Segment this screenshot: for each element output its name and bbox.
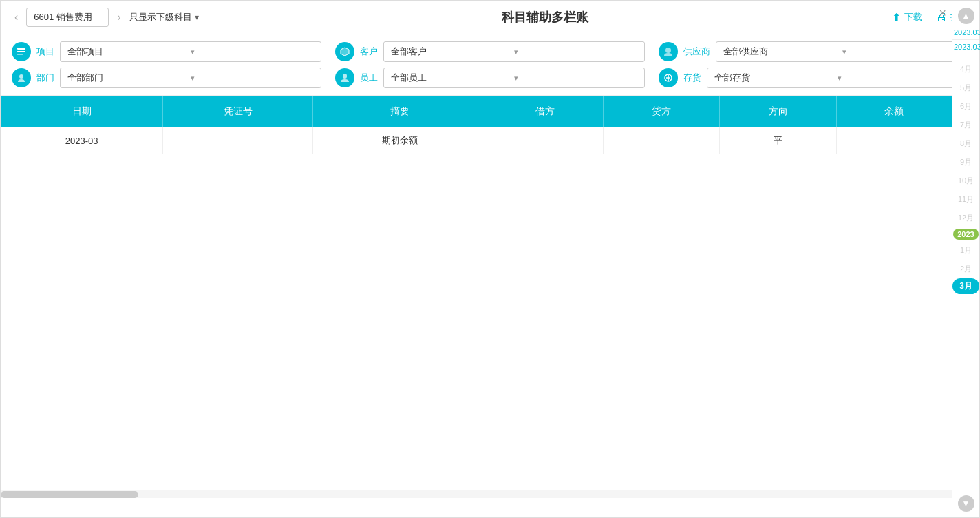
show-sub-label: 只显示下级科目 [129, 11, 192, 23]
supplier-icon [659, 42, 678, 61]
next-account-button[interactable]: › [114, 10, 123, 25]
department-icon [12, 68, 31, 87]
filter-department: 部门 全部部门 ▾ [12, 68, 321, 88]
sidebar-down-button[interactable]: ▼ [958, 495, 974, 512]
horizontal-scrollbar[interactable] [1, 490, 952, 498]
inventory-value: 全部存货 [714, 72, 838, 84]
sidebar-month-2023-03-sub[interactable]: 2023.03 [952, 40, 979, 54]
table-body: 2023-03 期初余额 平 [1, 127, 952, 154]
svg-rect-2 [17, 54, 23, 55]
download-button[interactable]: ⬆ 下载 [892, 11, 922, 24]
project-arrow: ▾ [191, 48, 314, 56]
main-container: × ‹ 6601 销售费用 › 只显示下级科目 ▾ 科目辅助多栏账 ⬆ 下载 🖨… [0, 0, 980, 518]
page-title: 科目辅助多栏账 [502, 9, 588, 25]
table-row: 2023-03 期初余额 平 [1, 127, 952, 154]
col-direction: 方向 [720, 96, 836, 127]
employee-arrow: ▾ [514, 74, 637, 83]
cell-credit [603, 127, 719, 154]
sidebar-month-10[interactable]: 10月 [952, 172, 979, 190]
account-code: 6601 销售费用 [26, 8, 109, 27]
table-header-row: 日期 凭证号 摘要 借方 贷方 方向 余额 [1, 96, 952, 127]
show-sub-arrow: ▾ [195, 12, 199, 22]
project-select[interactable]: 全部项目 ▾ [60, 41, 321, 62]
inventory-icon [659, 68, 678, 87]
sidebar-month-2[interactable]: 2月 [952, 260, 979, 278]
svg-rect-0 [17, 48, 25, 50]
cell-voucher [163, 127, 313, 154]
scrollbar-thumb[interactable] [1, 491, 138, 498]
col-summary: 摘要 [313, 96, 487, 127]
filter-area: 项目 全部项目 ▾ 客户 全部客户 ▾ [1, 34, 979, 96]
cell-summary: 期初余额 [313, 127, 487, 154]
svg-point-4 [19, 74, 23, 79]
cell-direction: 平 [720, 127, 836, 154]
employee-select[interactable]: 全部员工 ▾ [383, 68, 645, 88]
customer-label: 客户 [360, 45, 378, 58]
download-icon: ⬆ [892, 11, 901, 24]
department-arrow: ▾ [191, 74, 314, 83]
customer-select[interactable]: 全部客户 ▾ [383, 41, 645, 62]
filter-employee: 员工 全部员工 ▾ [335, 68, 645, 88]
inventory-arrow: ▾ [838, 74, 961, 83]
customer-arrow: ▾ [514, 48, 637, 56]
employee-value: 全部员工 [391, 72, 514, 84]
filter-project: 项目 全部项目 ▾ [12, 41, 321, 62]
department-select[interactable]: 全部部门 ▾ [60, 68, 321, 88]
department-value: 全部部门 [67, 72, 191, 84]
sidebar-up-button[interactable]: ▲ [958, 8, 974, 24]
supplier-arrow: ▾ [842, 48, 961, 56]
prev-account-button[interactable]: ‹ [12, 10, 21, 25]
employee-icon [335, 68, 354, 87]
employee-label: 员工 [360, 72, 378, 84]
year-badge: 2023 [953, 229, 978, 240]
filter-row-1: 项目 全部项目 ▾ 客户 全部客户 ▾ [12, 41, 968, 62]
sidebar-month-5[interactable]: 5月 [952, 79, 979, 97]
top-bar: ‹ 6601 销售费用 › 只显示下级科目 ▾ 科目辅助多栏账 ⬆ 下载 🖨 打… [1, 1, 979, 34]
svg-rect-1 [17, 51, 25, 52]
col-date: 日期 [1, 96, 163, 127]
supplier-label: 供应商 [683, 45, 710, 58]
data-table: 日期 凭证号 摘要 借方 贷方 方向 余额 2023-03 期初余额 平 [1, 96, 952, 154]
supplier-select[interactable]: 全部供应商 ▾ [716, 41, 968, 62]
sidebar-month-1[interactable]: 1月 [952, 241, 979, 260]
inventory-select[interactable]: 全部存货 ▾ [707, 68, 968, 88]
close-button[interactable]: × [939, 6, 946, 21]
sidebar-month-2023-03-header[interactable]: 2023.03 [952, 25, 979, 40]
svg-point-3 [665, 48, 671, 53]
download-label: 下载 [904, 11, 922, 23]
col-credit: 贷方 [603, 96, 719, 127]
sidebar-month-7[interactable]: 7月 [952, 116, 979, 134]
filter-supplier: 供应商 全部供应商 ▾ [659, 41, 968, 62]
top-bar-left: ‹ 6601 销售费用 › 只显示下级科目 ▾ [12, 8, 199, 27]
svg-rect-5 [343, 74, 347, 79]
sidebar-month-9[interactable]: 9月 [952, 153, 979, 172]
supplier-value: 全部供应商 [723, 45, 842, 58]
filter-row-2: 部门 全部部门 ▾ 员工 全部员工 ▾ [12, 68, 968, 88]
sidebar-month-11[interactable]: 11月 [952, 190, 979, 209]
customer-icon [335, 42, 354, 61]
cell-balance [836, 127, 952, 154]
col-balance: 余额 [836, 96, 952, 127]
show-sub-control[interactable]: 只显示下级科目 ▾ [129, 11, 199, 23]
col-voucher: 凭证号 [163, 96, 313, 127]
project-icon [12, 42, 31, 61]
right-sidebar: ▲ 2023.03 2023.03 4月 5月 6月 7月 8月 9月 10月 … [952, 1, 979, 517]
col-debit: 借方 [487, 96, 603, 127]
sidebar-month-8[interactable]: 8月 [952, 134, 979, 153]
sidebar-month-6[interactable]: 6月 [952, 97, 979, 116]
filter-inventory: 存货 全部存货 ▾ [659, 68, 968, 88]
customer-value: 全部客户 [391, 45, 514, 58]
filter-customer: 客户 全部客户 ▾ [335, 41, 645, 62]
inventory-label: 存货 [683, 72, 701, 84]
sidebar-month-4[interactable]: 4月 [952, 60, 979, 79]
table-wrapper: 日期 凭证号 摘要 借方 贷方 方向 余额 2023-03 期初余额 平 [1, 96, 952, 490]
cell-debit [487, 127, 603, 154]
sidebar-month-3-active[interactable]: 3月 [952, 278, 979, 294]
project-value: 全部项目 [67, 45, 191, 58]
department-label: 部门 [36, 72, 54, 84]
project-label: 项目 [36, 45, 54, 58]
cell-date: 2023-03 [1, 127, 163, 154]
sidebar-month-12[interactable]: 12月 [952, 209, 979, 227]
